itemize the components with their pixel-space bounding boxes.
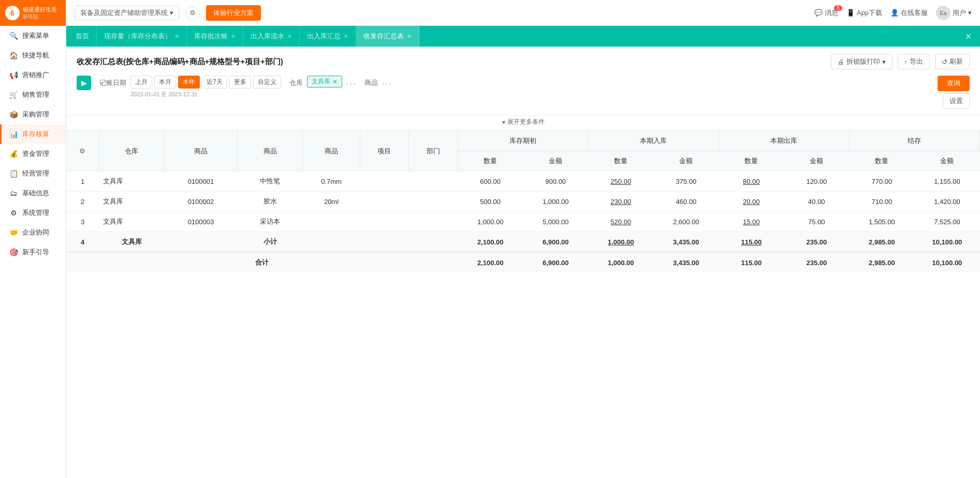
user-button[interactable]: Ea 用户 ▾ — [936, 6, 972, 20]
th-settings: ⚙ — [66, 131, 99, 171]
sidebar-icon-enterprise: 🤝 — [9, 228, 18, 237]
goods-filter-label: 商品 — [364, 76, 378, 88]
cell-out-qty-2[interactable]: 15.00 — [719, 212, 784, 232]
sidebar-icon-operation: 📋 — [9, 169, 18, 178]
app-download-button[interactable]: 📱 App下载 — [846, 8, 882, 18]
tab-close-inout-summary[interactable]: ✕ — [344, 33, 348, 40]
table-settings-icon[interactable]: ⚙ — [79, 147, 85, 155]
goods-more-button[interactable]: ... — [382, 77, 392, 86]
expand-conditions-button[interactable]: ▾ 展开更多条件 — [502, 118, 545, 126]
sidebar-label-inventory: 库存核算 — [22, 129, 49, 139]
warehouse-more-button[interactable]: ... — [346, 77, 356, 86]
total-in-qty: 1,000.00 — [588, 252, 653, 272]
date-btn-近7天[interactable]: 近7天 — [202, 76, 227, 89]
tab-close-batch[interactable]: ✕ — [231, 33, 236, 40]
online-service-button[interactable]: 👤 在线客服 — [890, 8, 928, 18]
messages-button[interactable]: 💬 消息 6 — [814, 8, 838, 18]
experience-button[interactable]: 体验行业方案 — [206, 5, 261, 21]
tab-inout-flow[interactable]: 出入库流水✕ — [243, 26, 300, 47]
sidebar-label-marketing: 营销推广 — [22, 70, 49, 80]
sidebar-item-operation[interactable]: 📋经营管理 — [0, 164, 66, 183]
sidebar-icon-sales: 🛒 — [9, 91, 18, 99]
date-filter: 上月本月本年近7天更多自定义 2023-01-01 至 2023-12-31 — [130, 76, 281, 98]
close-all-tabs-button[interactable]: ✕ — [959, 32, 978, 41]
tab-bar: 首页现存量（库存分布表）✕库存批次账✕出入库流水✕出入库汇总✕收发存汇总表✕✕ — [66, 26, 980, 47]
total-out-amt: 235.00 — [784, 252, 849, 272]
date-btn-自定义[interactable]: 自定义 — [253, 76, 281, 89]
totals-row: 合计 2,100.00 6,900.00 1,000.00 3,435.00 1… — [66, 252, 980, 272]
cell-out-qty-0[interactable]: 80.00 — [719, 171, 784, 192]
system-select[interactable]: 装备及固定资产辅助管理系统 ▾ — [75, 6, 179, 20]
refresh-button[interactable]: ↺ 刷新 — [935, 54, 970, 69]
page-header: 收发存汇总表(按仓库+商品编码+商品+规格型号+项目+部门) 🖨 拆锁版打印 ▾… — [66, 47, 980, 69]
logo-text-line1: 畅捷通好生意 — [23, 6, 57, 13]
messages-badge: 6 — [834, 5, 842, 11]
cell-start-qty-2: 1,000.00 — [458, 212, 523, 232]
sidebar-item-enterprise[interactable]: 🤝企业协同 — [0, 223, 66, 242]
th-period-in: 本期入库 — [588, 131, 719, 151]
table-row: 4 文具库 小计 2,100.00 6,900.00 1,000.00 3,43… — [66, 232, 980, 253]
set-button[interactable]: 设置 — [943, 93, 970, 109]
filter-toggle-button[interactable]: ▶ — [77, 76, 91, 90]
warehouse-tag[interactable]: 文具库 ✕ — [307, 76, 342, 88]
expand-chevron-icon: ▾ — [502, 119, 505, 126]
table-container: ⚙ 仓库 商品 商品 商品 项目 部门 库存期初 本期入库 本期出库 结存 — [66, 131, 980, 478]
tab-close-inout-flow[interactable]: ✕ — [287, 33, 292, 40]
refresh-icon: ↺ — [942, 58, 947, 66]
cell-in-qty-1[interactable]: 230.00 — [588, 192, 653, 212]
sidebar-item-finance[interactable]: 💰资金管理 — [0, 144, 66, 164]
tab-label-inout-summary: 出入库汇总 — [307, 32, 341, 41]
cell-out-amt-3: 235.00 — [784, 232, 849, 253]
date-btn-本年[interactable]: 本年 — [178, 76, 200, 89]
cell-in-qty-0[interactable]: 250.00 — [588, 171, 653, 192]
main-area: 装备及固定资产辅助管理系统 ▾ ⚙ 体验行业方案 💬 消息 6 📱 App下载 … — [66, 0, 980, 478]
cell-in-amt-3: 3,435.00 — [653, 232, 719, 253]
cell-code-2: 0100003 — [164, 212, 238, 232]
warehouse-tag-close-icon[interactable]: ✕ — [332, 78, 338, 85]
tab-close-stock-dist[interactable]: ✕ — [174, 33, 179, 40]
th-in-amt: 金额 — [653, 151, 719, 171]
sidebar-item-basic-info[interactable]: 🗂基础信息 — [0, 183, 66, 203]
cell-in-qty-2[interactable]: 520.00 — [588, 212, 653, 232]
th-period-out: 本期出库 — [719, 131, 849, 151]
sidebar-item-quick-nav[interactable]: 🏠快捷导航 — [0, 46, 66, 65]
tab-stock-dist[interactable]: 现存量（库存分布表）✕ — [97, 26, 187, 47]
tab-receive-summary[interactable]: 收发存汇总表✕ — [356, 26, 419, 47]
sidebar-item-sales[interactable]: 🛒销售管理 — [0, 85, 66, 105]
sidebar-item-marketing[interactable]: 📢营销推广 — [0, 65, 66, 85]
sidebar-item-inventory[interactable]: 📊库存核算 — [0, 124, 66, 144]
tab-home[interactable]: 首页 — [68, 26, 97, 47]
cell-idx-3: 4 — [66, 232, 99, 253]
gear-button[interactable]: ⚙ — [185, 6, 200, 20]
sidebar-item-purchase[interactable]: 📦采购管理 — [0, 105, 66, 124]
cell-in-qty-3[interactable]: 1,000.00 — [588, 232, 653, 253]
date-btn-上月[interactable]: 上月 — [130, 76, 152, 89]
export-button[interactable]: ↑ 导出 — [898, 54, 930, 69]
query-button[interactable]: 查询 — [938, 76, 970, 91]
out-qty-value-3: 115.00 — [741, 238, 762, 246]
sidebar-icon-guide: 🎯 — [9, 248, 18, 256]
tab-close-receive-summary[interactable]: ✕ — [407, 33, 412, 40]
sidebar-item-guide[interactable]: 🎯新手引导 — [0, 242, 66, 262]
date-btn-更多[interactable]: 更多 — [229, 76, 251, 89]
in-qty-value-0: 250.00 — [610, 178, 631, 185]
tab-inout-summary[interactable]: 出入库汇总✕ — [300, 26, 356, 47]
cell-start-qty-3: 2,100.00 — [458, 232, 523, 253]
cell-dept-0 — [409, 171, 458, 192]
sidebar-item-system[interactable]: ⚙系统管理 — [0, 203, 66, 223]
date-btn-本月[interactable]: 本月 — [154, 76, 176, 89]
th-name: 商品 — [238, 131, 303, 171]
in-qty-value-2: 520.00 — [610, 218, 631, 226]
sidebar-item-search[interactable]: 🔍搜索菜单 — [0, 26, 66, 46]
tab-batch[interactable]: 库存批次账✕ — [187, 26, 243, 47]
page-title: 收发存汇总表(按仓库+商品编码+商品+规格型号+项目+部门) — [77, 57, 283, 67]
total-in-amt: 3,435.00 — [653, 252, 719, 272]
cell-out-qty-3[interactable]: 115.00 — [719, 232, 784, 253]
cell-dept-2 — [409, 212, 458, 232]
date-range-text: 2023-01-01 至 2023-12-31 — [130, 91, 281, 98]
print-button[interactable]: 🖨 拆锁版打印 ▾ — [831, 54, 893, 69]
cell-out-qty-1[interactable]: 20.00 — [719, 192, 784, 212]
th-dept: 部门 — [409, 131, 458, 171]
th-bal-qty: 数量 — [849, 151, 914, 171]
goods-filter-group: 商品 ... — [364, 76, 392, 88]
